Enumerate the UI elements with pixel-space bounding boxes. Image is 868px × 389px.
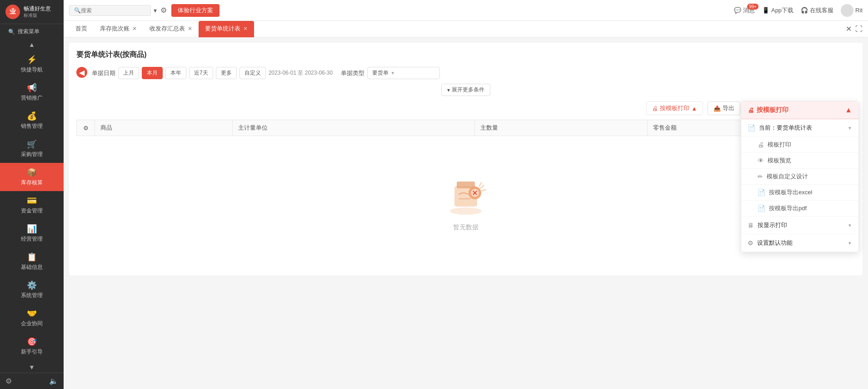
sidebar-item-purchase[interactable]: 🛒 采购管理 — [0, 135, 64, 163]
dropdown-template-preview[interactable]: 👁 模板预览 — [741, 153, 858, 169]
support-icon: 🎧 — [801, 7, 808, 14]
messages-badge: 99+ — [747, 4, 758, 10]
dropdown-template-export-pdf[interactable]: 📄 按模板导出pdf — [741, 201, 858, 217]
sidebar-search[interactable]: 🔍 搜索菜单 — [0, 24, 64, 39]
tabs-bar: 首页 库存批次账 ✕ 收发存汇总表 ✕ 要货单统计表 ✕ ✕ ⛶ — [64, 21, 868, 37]
print-icon: 🖨 — [652, 105, 658, 112]
trial-btn[interactable]: 体验行业方案 — [171, 4, 219, 17]
table-header-row: ⚙ 商品 主计量单位 主数量 零售金额 — [77, 120, 855, 136]
template-print-icon: 🖨 — [758, 141, 764, 148]
svg-line-7 — [480, 185, 484, 188]
filter-toggle-btn[interactable]: ◀ — [76, 67, 87, 78]
tab-inventory-batch-close[interactable]: ✕ — [132, 25, 137, 32]
search-dropdown-btn[interactable]: ▾ — [154, 7, 157, 14]
col-settings[interactable]: ⚙ — [77, 120, 95, 136]
col-settings-label: ⚙ — [83, 125, 89, 131]
dropdown-print-icon: 🖨 — [748, 106, 754, 114]
dropdown-current-item[interactable]: 📄 当前：要货单统计表 ▼ — [741, 119, 858, 137]
sidebar-item-marketing[interactable]: 📢 营销推广 — [0, 78, 64, 106]
sidebar-item-apps[interactable]: 🔲 应用中心 — [0, 360, 64, 362]
type-select[interactable]: 要货单 ▼ — [367, 67, 440, 79]
sidebar-item-system[interactable]: ⚙️ 系统管理 — [0, 276, 64, 304]
user-name: Rit — [855, 7, 863, 14]
search-input[interactable] — [81, 7, 140, 14]
finance-icon: 💳 — [27, 196, 37, 206]
app-download-label: App下载 — [771, 6, 793, 15]
sidebar-item-label: 企业协同 — [21, 320, 43, 328]
filter-last-7-days[interactable]: 近7天 — [189, 67, 213, 79]
tab-receipt-summary-label: 收发存汇总表 — [150, 25, 185, 33]
col-quantity-label: 主数量 — [480, 124, 498, 131]
tab-order-stats[interactable]: 要货单统计表 ✕ — [199, 21, 254, 37]
dropdown-template-print[interactable]: 🖨 模板打印 — [741, 137, 858, 153]
date-label: 单据日期 — [92, 69, 115, 77]
quick-nav-icon: ⚡ — [27, 55, 37, 65]
template-print-label: 模板打印 — [768, 141, 791, 149]
action-bar: 🖨 按模板打印 ▲ 📤 导出 🔄 刷新 ··· 查询 — [76, 101, 855, 115]
main-area: 🔍 ▾ ⚙ 体验行业方案 💬 消息 99+ 📱 App下载 🎧 在线客服 — [64, 0, 868, 389]
tab-receipt-summary[interactable]: 收发存汇总表 ✕ — [143, 21, 199, 37]
filter-bar: ◀ 单据日期 上月 本月 本年 近7天 更多 自定义 2023-06-01 至 … — [76, 67, 855, 79]
expand-icon: ▾ — [447, 87, 450, 93]
template-custom-icon: ✏ — [758, 173, 763, 180]
default-fn-label: 设置默认功能 — [757, 239, 793, 247]
type-label: 单据类型 — [341, 69, 364, 77]
dropdown-close-btn[interactable]: ▲ — [845, 106, 852, 114]
window-maximize-btn[interactable]: ⛶ — [855, 25, 863, 33]
topbar-right: 💬 消息 99+ 📱 App下载 🎧 在线客服 Rit — [734, 4, 863, 17]
search-area[interactable]: 🔍 — [69, 5, 151, 16]
filter-last-month[interactable]: 上月 — [118, 67, 139, 79]
template-preview-label: 模板预览 — [768, 157, 791, 165]
display-print-arrow: ▼ — [848, 223, 852, 228]
audio-icon[interactable]: 🔈 — [49, 377, 58, 385]
expand-more-btn[interactable]: ▾ 展开更多条件 — [441, 84, 490, 96]
settings-bottom-icon[interactable]: ⚙ — [5, 377, 12, 385]
tab-home[interactable]: 首页 — [69, 21, 94, 37]
svg-line-8 — [482, 190, 486, 191]
filter-more[interactable]: 更多 — [216, 67, 237, 79]
window-close-btn[interactable]: ✕ — [846, 25, 852, 33]
dropdown-template-export-excel[interactable]: 📄 按模板导出excel — [741, 185, 858, 201]
online-support-btn[interactable]: 🎧 在线客服 — [801, 6, 833, 15]
app-download-btn[interactable]: 📱 App下载 — [762, 6, 793, 15]
dropdown-display-print[interactable]: 🖥 按显示打印 ▼ — [741, 217, 858, 234]
sidebar-item-inventory[interactable]: 📦 库存核算 — [0, 163, 64, 191]
tab-inventory-batch[interactable]: 库存批次账 ✕ — [94, 21, 143, 37]
topbar-settings-btn[interactable]: ⚙ — [160, 6, 167, 15]
sidebar-item-label: 采购管理 — [21, 151, 43, 158]
current-label: 当前：要货单统计表 — [759, 124, 812, 132]
display-print-label: 按显示打印 — [758, 221, 787, 229]
sidebar-item-finance[interactable]: 💳 资金管理 — [0, 191, 64, 219]
dropdown-default-fn[interactable]: ⚙ 设置默认功能 ▼ — [741, 234, 858, 252]
export-label: 导出 — [723, 104, 734, 112]
marketing-icon: 📢 — [27, 83, 37, 93]
data-table: ⚙ 商品 主计量单位 主数量 零售金额 — [76, 120, 855, 136]
sales-icon: 💰 — [27, 111, 37, 121]
user-area[interactable]: Rit — [841, 4, 863, 17]
sidebar-item-guide[interactable]: 🎯 新手引导 — [0, 332, 64, 360]
default-fn-left: ⚙ 设置默认功能 — [748, 239, 793, 247]
tab-order-stats-close[interactable]: ✕ — [243, 25, 248, 32]
messages-btn[interactable]: 💬 消息 99+ — [734, 6, 755, 15]
tab-receipt-summary-close[interactable]: ✕ — [188, 25, 192, 32]
filter-custom[interactable]: 自定义 — [239, 67, 266, 79]
dropdown-template-custom[interactable]: ✏ 模板自定义设计 — [741, 169, 858, 185]
sidebar-item-operations[interactable]: 📊 经营管理 — [0, 219, 64, 248]
sidebar-item-enterprise[interactable]: 🤝 企业协同 — [0, 304, 64, 332]
sidebar-item-sales[interactable]: 💰 销售管理 — [0, 106, 64, 135]
tab-order-stats-label: 要货单统计表 — [205, 25, 240, 33]
sidebar-scroll-down[interactable]: ▼ — [0, 362, 64, 373]
sidebar-item-label: 营销推广 — [21, 94, 43, 102]
print-btn[interactable]: 🖨 按模板打印 ▲ — [646, 101, 703, 115]
logo-text: 畅通好生意 标准版 — [24, 5, 51, 19]
col-quantity: 主数量 — [475, 120, 648, 136]
filter-current-month[interactable]: 本月 — [142, 67, 163, 79]
export-btn[interactable]: 📤 导出 — [708, 101, 740, 115]
sidebar-item-quick-nav[interactable]: ⚡ 快捷导航 — [0, 50, 64, 78]
filter-current-year[interactable]: 本年 — [165, 67, 186, 79]
sidebar-scroll-up[interactable]: ▲ — [0, 39, 64, 50]
logo-icon: 业 — [5, 5, 20, 19]
sidebar-item-basic[interactable]: 📋 基础信息 — [0, 248, 64, 276]
display-print-left: 🖥 按显示打印 — [748, 221, 787, 229]
sidebar-search-label: 搜索菜单 — [18, 28, 40, 35]
